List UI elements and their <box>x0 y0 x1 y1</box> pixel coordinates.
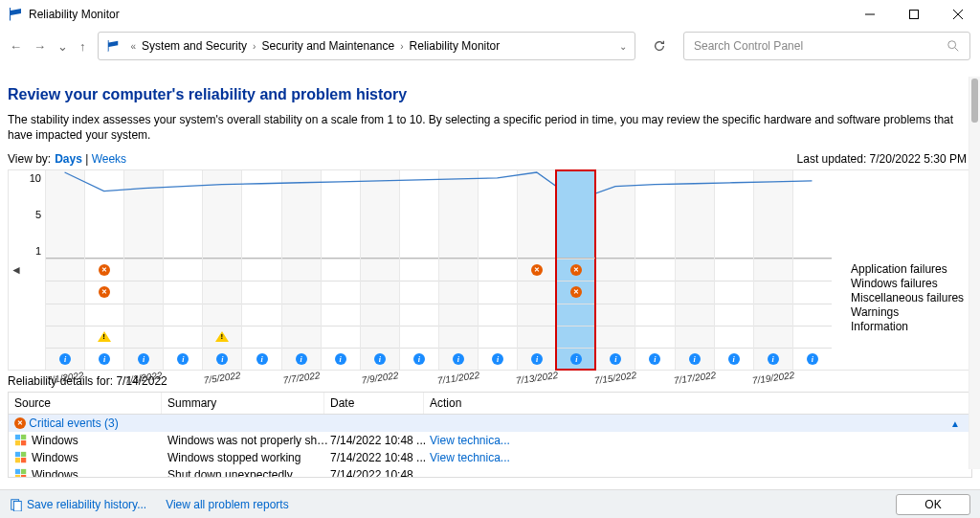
err-icon <box>99 264 110 276</box>
view-details-link[interactable]: View technica... <box>430 434 510 447</box>
flag-icon <box>8 7 23 22</box>
footer: Save reliability history... View all pro… <box>0 489 980 518</box>
chart-column[interactable] <box>714 170 753 370</box>
chevron-up-icon[interactable]: ▲ <box>950 418 960 429</box>
search-icon <box>947 39 960 53</box>
breadcrumb-item[interactable]: System and Security <box>142 39 247 53</box>
info-icon <box>99 353 110 365</box>
chart-column[interactable] <box>163 170 202 370</box>
chevron-down-icon[interactable]: ⌄ <box>619 41 627 52</box>
chart-column[interactable]: 7/11/2022 <box>438 170 478 370</box>
view-weeks-link[interactable]: Weeks <box>92 152 126 166</box>
info-icon <box>216 353 228 365</box>
table-row[interactable]: WindowsWindows was not properly shut...7… <box>9 432 971 449</box>
svg-rect-10 <box>15 469 20 474</box>
recent-dropdown[interactable]: ⌄ <box>57 39 68 54</box>
col-date[interactable]: Date <box>324 393 424 414</box>
svg-rect-8 <box>15 458 20 462</box>
last-updated-label: Last updated: 7/20/2022 5:30 PM <box>797 152 967 166</box>
chart-column[interactable] <box>241 170 280 370</box>
page-title: Review your computer's reliability and p… <box>8 86 972 103</box>
info-icon <box>768 353 779 365</box>
info-icon <box>59 353 71 365</box>
chart-prev-button[interactable]: ◄ <box>9 170 24 370</box>
info-icon <box>413 353 425 365</box>
forward-button[interactable]: → <box>33 39 46 54</box>
breadcrumb-item[interactable]: Reliability Monitor <box>410 39 501 53</box>
chart-column[interactable]: 7/17/2022 <box>675 170 714 370</box>
save-history-link[interactable]: Save reliability history... <box>27 498 146 511</box>
svg-rect-4 <box>15 440 20 445</box>
table-row[interactable]: WindowsWindows stopped working7/14/2022 … <box>9 449 971 466</box>
row-labels: Application failures Windows failures Mi… <box>847 170 971 370</box>
chart-column[interactable] <box>635 170 674 370</box>
chart-column[interactable]: 7/13/2022 <box>517 170 556 370</box>
error-icon <box>14 417 26 429</box>
ok-button[interactable]: OK <box>896 494 970 515</box>
info-icon <box>374 353 386 365</box>
windows-icon <box>14 468 28 478</box>
chart-column[interactable] <box>84 170 123 370</box>
info-icon <box>807 353 818 365</box>
svg-rect-12 <box>15 475 20 478</box>
chart-column[interactable]: 7/3/2022 <box>123 170 163 370</box>
view-days-link[interactable]: Days <box>55 152 82 166</box>
refresh-button[interactable] <box>645 32 674 60</box>
warn-icon <box>215 331 229 342</box>
scrollbar[interactable] <box>969 77 980 469</box>
svg-rect-15 <box>13 501 21 511</box>
chart-column[interactable]: 7/19/2022 <box>753 170 792 370</box>
svg-rect-9 <box>21 458 26 462</box>
warn-icon <box>98 331 111 342</box>
svg-rect-0 <box>910 11 919 19</box>
err-icon <box>570 264 582 276</box>
chart-column[interactable]: 7/9/2022 <box>360 170 399 370</box>
chart-column[interactable] <box>556 170 595 370</box>
chart-column[interactable]: 7/7/2022 <box>281 170 321 370</box>
err-icon <box>99 286 110 298</box>
view-all-reports-link[interactable]: View all problem reports <box>166 498 289 511</box>
view-by-label: View by: <box>8 152 51 166</box>
details-grid: Source Summary Date Action Critical even… <box>8 392 972 478</box>
windows-icon <box>14 451 28 464</box>
info-icon <box>256 353 268 365</box>
info-icon <box>689 353 701 365</box>
svg-rect-11 <box>21 469 26 474</box>
svg-rect-5 <box>21 440 26 445</box>
minimize-button[interactable] <box>848 0 892 29</box>
info-icon <box>649 353 660 365</box>
back-button[interactable]: ← <box>10 39 22 54</box>
info-icon <box>335 353 346 365</box>
info-icon <box>531 353 543 365</box>
col-summary[interactable]: Summary <box>162 393 324 414</box>
breadcrumb-item[interactable]: Security and Maintenance <box>261 39 394 53</box>
address-bar[interactable]: « System and Security › Security and Mai… <box>98 32 636 60</box>
view-details-link[interactable]: View technica... <box>430 451 510 464</box>
up-button[interactable]: ↑ <box>79 39 86 54</box>
table-row[interactable]: WindowsShut down unexpectedly7/14/2022 1… <box>9 466 971 478</box>
nav-row: ← → ⌄ ↑ « System and Security › Security… <box>0 29 980 63</box>
info-icon <box>296 353 307 365</box>
search-input[interactable]: Search Control Panel <box>683 32 970 60</box>
y-axis: 10 5 1 <box>24 170 45 259</box>
chart-column[interactable]: 7/5/2022 <box>202 170 241 370</box>
info-icon <box>570 353 582 365</box>
stability-chart: ◄ 10 5 1 7/1/20227/3/20227/5/20227/7/202… <box>8 169 972 371</box>
info-icon <box>138 353 149 365</box>
search-placeholder: Search Control Panel <box>694 39 803 53</box>
group-row[interactable]: Critical events (3) ▲ <box>9 415 971 432</box>
close-button[interactable] <box>936 0 980 29</box>
col-action[interactable]: Action <box>424 393 971 414</box>
page-description: The stability index assesses your system… <box>8 113 972 143</box>
maximize-button[interactable] <box>892 0 936 29</box>
chart-column[interactable]: 7/1/2022 <box>45 170 84 370</box>
chart-column[interactable] <box>321 170 360 370</box>
chart-column[interactable]: 7/15/2022 <box>595 170 635 370</box>
title-bar: Reliability Monitor <box>0 0 980 29</box>
chart-column[interactable] <box>478 170 517 370</box>
info-icon <box>610 353 621 365</box>
chart-column[interactable] <box>792 170 832 370</box>
chart-column[interactable] <box>399 170 438 370</box>
col-source[interactable]: Source <box>9 393 162 414</box>
svg-point-1 <box>948 41 956 49</box>
